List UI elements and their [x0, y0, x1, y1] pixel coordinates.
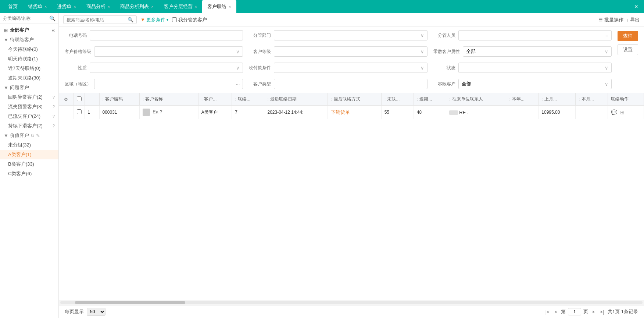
more-conditions-button[interactable]: ▼ 更多条件 ▾	[140, 17, 168, 23]
lastway-link[interactable]: 下销货单	[331, 109, 350, 115]
sidebar-item-7days[interactable]: 近7天待联络(0)	[0, 64, 58, 73]
settings-button[interactable]: 设置	[618, 44, 638, 55]
chat-icon[interactable]: 💬	[611, 109, 617, 115]
custtype-column-header[interactable]: :客户...	[198, 93, 232, 106]
nav-tab-home[interactable]: 首页	[3, 0, 23, 13]
sidebar-item-today[interactable]: 今天待联络(0)	[0, 45, 58, 54]
status-dropdown[interactable]: ∨	[458, 63, 612, 73]
nav-tab-analysis[interactable]: 商品分析 ×	[81, 0, 115, 13]
sidebar-item-repurchase-abnormal[interactable]: 回购异常客户(2) ?	[0, 92, 58, 102]
nocontact-column-header[interactable]: :未联...	[381, 93, 414, 106]
gear-column-header[interactable]: ⚙	[59, 93, 74, 106]
thismonth-column-header[interactable]: :本月...	[576, 93, 608, 106]
scroll-track	[60, 301, 643, 304]
select-all-checkbox[interactable]	[77, 96, 82, 101]
search-box[interactable]: 🔍	[63, 15, 137, 24]
sidebar-item-class-a[interactable]: A类客户(1)	[0, 150, 58, 159]
collapse-icon[interactable]: «	[52, 27, 55, 33]
overdue-cell: 48	[414, 106, 446, 119]
sidebar-item-overdue[interactable]: 逾期未联络(30)	[0, 73, 58, 83]
sidebar-item-class-c[interactable]: C类客户(6)	[0, 169, 58, 179]
sidebar-group-pending[interactable]: ▼ 待联络客户	[0, 35, 58, 45]
payment-dropdown[interactable]: ∨	[274, 63, 427, 73]
person-input[interactable]: ···	[458, 30, 612, 40]
avatar	[143, 109, 150, 116]
close-icon[interactable]: ×	[151, 4, 153, 9]
overdue-column-header[interactable]: :逾期...	[414, 93, 446, 106]
lastmonth-column-header[interactable]: :上月...	[539, 93, 576, 106]
last-page-button[interactable]: >|	[598, 308, 605, 315]
sidebar-group-problem[interactable]: ▼ 问题客户	[0, 83, 58, 92]
per-page-select[interactable]: 50 100 200	[87, 308, 105, 316]
chevron-down-icon: ∨	[605, 81, 608, 87]
nature-dropdown[interactable]: ∨	[90, 63, 243, 73]
lastway-column-header[interactable]: :最后联络方式	[328, 93, 381, 106]
thisyear-column-header[interactable]: :本年...	[506, 93, 539, 106]
code-column-header[interactable]: :客户编码	[99, 93, 139, 106]
nav-tab-analysis-list[interactable]: 商品分析列表 ×	[115, 0, 158, 13]
first-page-button[interactable]: |<	[544, 308, 551, 315]
chevron-down-icon: ∨	[236, 49, 240, 54]
sidebar-item-churn-warning[interactable]: 流失预警客户(3) ?	[0, 102, 58, 112]
sidebar-item-tomorrow[interactable]: 明天待联络(1)	[0, 54, 58, 64]
close-icon[interactable]: ×	[44, 4, 47, 9]
close-icon[interactable]: ×	[195, 4, 197, 9]
page-input[interactable]	[568, 308, 581, 315]
search-input[interactable]	[67, 17, 128, 22]
chevron-down-icon: ▾	[167, 18, 168, 22]
scroll-thumb[interactable]	[75, 301, 185, 304]
scatter-cust-dropdown[interactable]: 全部 ∨	[458, 79, 612, 89]
sidebar-search-box[interactable]: 🔍	[0, 13, 58, 24]
chevron-down-icon: ∨	[421, 49, 424, 54]
nav-tab-purchase[interactable]: 进货单 ×	[52, 0, 81, 13]
search-icon: 🔍	[128, 17, 133, 22]
export-button[interactable]: ↓ 导出	[626, 17, 640, 23]
lastdate-column-header[interactable]: :最后联络日期	[264, 93, 328, 106]
nav-tab-sales[interactable]: 销货单 ×	[23, 0, 52, 13]
close-icon[interactable]: ×	[108, 4, 110, 9]
cust-level-dropdown[interactable]: ∨	[274, 46, 427, 57]
prev-page-button[interactable]: <	[553, 308, 559, 315]
cust-type-input[interactable]	[274, 79, 427, 89]
table-area: ⚙ :客户编码 :客户名称 :客户... :联络... :最后联络日期 :最后联…	[59, 93, 644, 300]
row-checkbox[interactable]	[77, 109, 82, 114]
close-icon[interactable]: ×	[74, 4, 76, 9]
grid-icon[interactable]: ⊞	[620, 109, 625, 115]
price-level-dropdown[interactable]: ∨	[94, 46, 243, 57]
sidebar-item-churned[interactable]: 已流失客户(24) ?	[0, 112, 58, 121]
sidebar-group-value[interactable]: ▼ 价值客户 ↻ ✎	[0, 131, 58, 140]
sidebar-item-class-b[interactable]: B类客户(33)	[0, 159, 58, 169]
dots-icon: ···	[236, 81, 240, 87]
sidebar-item-declining[interactable]: 持续下滑客户(2) ?	[0, 121, 58, 131]
pagination: |< < 第 页 > >| 共1页 1条记录	[544, 308, 638, 315]
dept-dropdown[interactable]: ∨	[274, 30, 427, 40]
my-customers-checkbox[interactable]: 我分管的客户	[172, 17, 207, 23]
phone-field: 电话号码	[65, 30, 243, 40]
dots-icon: ···	[604, 33, 608, 38]
table-footer: 每页显示 50 100 200 |< < 第 页 > >| 共1页 1条记录	[59, 305, 644, 318]
batch-op-button[interactable]: ☰ 批量操作	[598, 17, 623, 23]
query-button[interactable]: 查询	[618, 31, 638, 41]
main-layout: 🔍 ⊞ 全部客户 « ▼ 待联络客户 今天待联络(0) 明天待联络(1) 近7天…	[0, 13, 644, 318]
nav-tab-customer-contact[interactable]: 客户联络 ×	[202, 0, 236, 13]
close-icon[interactable]: ×	[229, 4, 231, 9]
horizontal-scrollbar[interactable]	[59, 300, 644, 305]
next-page-button[interactable]: >	[590, 308, 596, 315]
sidebar-item-ungroup[interactable]: 未分组(32)	[0, 140, 58, 150]
unitcontact-cell: RE .	[446, 106, 506, 119]
unitcontact-column-header[interactable]: :往来单位联系人	[446, 93, 506, 106]
contact-column-header[interactable]: :联络...	[232, 93, 264, 106]
refresh-icon[interactable]: ↻	[31, 133, 35, 138]
sidebar-search-input[interactable]	[3, 16, 49, 21]
scatter-attr-dropdown[interactable]: 全部 ∨	[463, 46, 612, 57]
nav-tab-customer-mgmt[interactable]: 客户分层经营 ×	[159, 0, 202, 13]
edit-icon[interactable]: ✎	[36, 133, 40, 138]
region-input[interactable]: ···	[94, 79, 243, 89]
phone-input[interactable]	[90, 30, 243, 40]
close-all-button[interactable]: ×	[631, 3, 641, 11]
name-column-header[interactable]: :客户名称	[139, 93, 198, 106]
scatter-attr-label: 零散客户属性	[433, 49, 460, 55]
lastway-cell: 下销货单	[328, 106, 381, 119]
name-cell: Ea ?	[139, 106, 198, 119]
my-customers-check[interactable]	[172, 17, 177, 22]
